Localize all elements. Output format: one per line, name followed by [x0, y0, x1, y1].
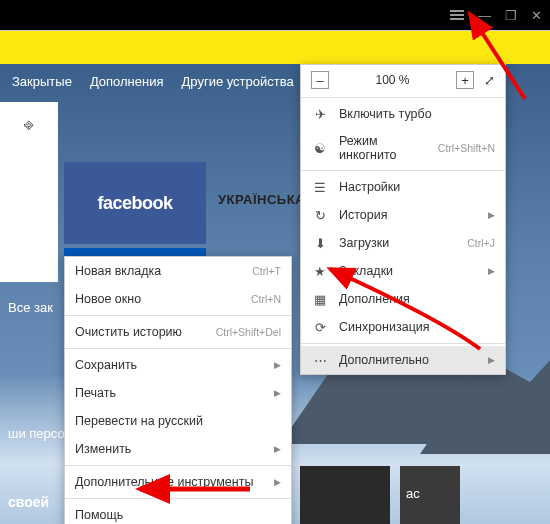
submenu-arrow-icon: ▶ — [488, 355, 495, 365]
separator — [65, 348, 291, 349]
ukr-label: УКРАЇНСЬКА — [218, 192, 305, 207]
separator — [65, 498, 291, 499]
tab-devices[interactable]: Другие устройства — [182, 74, 294, 89]
menu-label: Перевести на русский — [75, 414, 281, 428]
menu-settings[interactable]: ☰Настройки — [301, 173, 505, 201]
submenu-arrow-icon: ▶ — [488, 210, 495, 220]
menu-label: Дополнительно — [339, 353, 484, 367]
download-icon: ⬇ — [311, 236, 329, 251]
minimize-button[interactable]: — — [478, 8, 491, 23]
menu-history[interactable]: ↻История▶ — [301, 201, 505, 229]
menu-translate[interactable]: Перевести на русский — [65, 407, 291, 435]
menu-downloads[interactable]: ⬇ЗагрузкиCtrl+J — [301, 229, 505, 257]
facebook-tile[interactable]: facebook — [64, 162, 206, 244]
shortcut-text: Ctrl+T — [252, 265, 281, 277]
submenu-arrow-icon: ▶ — [274, 477, 281, 487]
menu-sync[interactable]: ⟳Синхронизация — [301, 313, 505, 341]
menu-incognito[interactable]: ☯Режим инкогнитоCtrl+Shift+N — [301, 128, 505, 168]
menu-print[interactable]: Печать▶ — [65, 379, 291, 407]
dark-tile[interactable] — [300, 466, 390, 524]
menu-label: Печать — [75, 386, 270, 400]
zoom-value: 100 % — [339, 73, 446, 87]
addons-icon: ▦ — [311, 292, 329, 307]
login-icon[interactable]: ⎆ — [0, 102, 58, 148]
settings-icon: ☰ — [311, 180, 329, 195]
menu-label: Изменить — [75, 442, 270, 456]
menu-label: Загрузки — [339, 236, 467, 250]
star-icon: ★ — [311, 264, 329, 279]
submenu-arrow-icon: ▶ — [274, 360, 281, 370]
menu-label: Новое окно — [75, 292, 251, 306]
all-bookmarks-text[interactable]: Все зак — [8, 300, 53, 315]
menu-label: Синхронизация — [339, 320, 495, 334]
history-icon: ↻ — [311, 208, 329, 223]
shortcut-text: Ctrl+J — [467, 237, 495, 249]
zoom-in-button[interactable]: + — [456, 71, 474, 89]
menu-label: Настройки — [339, 180, 495, 194]
sidebar: ⎆ — [0, 102, 58, 282]
separator — [65, 315, 291, 316]
menu-label: Сохранить — [75, 358, 270, 372]
shortcut-text: Ctrl+Shift+N — [438, 142, 495, 154]
menu-save[interactable]: Сохранить▶ — [65, 351, 291, 379]
fullscreen-icon[interactable]: ⤢ — [484, 73, 495, 88]
separator — [301, 343, 505, 344]
menu-turbo[interactable]: ✈Включить турбо — [301, 100, 505, 128]
close-button[interactable]: ✕ — [531, 8, 542, 23]
dark-tile-2[interactable]: ас — [400, 466, 460, 524]
menu-label: Режим инкогнито — [339, 134, 438, 162]
hamburger-icon[interactable] — [450, 10, 464, 20]
maximize-button[interactable]: ❐ — [505, 8, 517, 23]
menu-new-tab[interactable]: Новая вкладкаCtrl+T — [65, 257, 291, 285]
shortcut-text: Ctrl+N — [251, 293, 281, 305]
menu-edit[interactable]: Изменить▶ — [65, 435, 291, 463]
zoom-out-button[interactable]: – — [311, 71, 329, 89]
more-icon: ⋯ — [311, 353, 329, 368]
window-titlebar: — ❐ ✕ — [0, 0, 550, 30]
separator — [65, 465, 291, 466]
menu-more[interactable]: ⋯Дополнительно▶ — [301, 346, 505, 374]
menu-label: Помощь — [75, 508, 281, 522]
tab-closed[interactable]: Закрытые — [12, 74, 72, 89]
menu-new-window[interactable]: Новое окноCtrl+N — [65, 285, 291, 313]
tile-text: ас — [406, 486, 420, 501]
menu-label: История — [339, 208, 484, 222]
tab-addons[interactable]: Дополнения — [90, 74, 164, 89]
context-menu-left: Новая вкладкаCtrl+T Новое окноCtrl+N Очи… — [64, 256, 292, 524]
menu-clear-history[interactable]: Очистить историюCtrl+Shift+Del — [65, 318, 291, 346]
sync-icon: ⟳ — [311, 320, 329, 335]
menu-label: Дополнительные инструменты — [75, 475, 270, 489]
rocket-icon: ✈ — [311, 107, 329, 122]
menu-tools[interactable]: Дополнительные инструменты▶ — [65, 468, 291, 496]
incognito-icon: ☯ — [311, 141, 329, 156]
svoy-text: своей — [8, 494, 49, 510]
zoom-row: – 100 % + ⤢ — [301, 65, 505, 95]
menu-label: Дополнения — [339, 292, 495, 306]
submenu-arrow-icon: ▶ — [274, 388, 281, 398]
address-bar-area — [0, 30, 550, 64]
menu-label: Новая вкладка — [75, 264, 252, 278]
separator — [301, 170, 505, 171]
submenu-arrow-icon: ▶ — [488, 266, 495, 276]
main-menu-right: – 100 % + ⤢ ✈Включить турбо ☯Режим инког… — [300, 64, 506, 375]
menu-label: Включить турбо — [339, 107, 495, 121]
submenu-arrow-icon: ▶ — [274, 444, 281, 454]
page-content: Закрытые Дополнения Другие устройства ⎆ … — [0, 64, 550, 524]
shortcut-text: Ctrl+Shift+Del — [216, 326, 281, 338]
menu-addons[interactable]: ▦Дополнения — [301, 285, 505, 313]
separator — [301, 97, 505, 98]
menu-label: Очистить историю — [75, 325, 216, 339]
menu-bookmarks[interactable]: ★Закладки▶ — [301, 257, 505, 285]
nav-tabs: Закрытые Дополнения Другие устройства — [0, 64, 306, 99]
menu-label: Закладки — [339, 264, 484, 278]
menu-help[interactable]: Помощь — [65, 501, 291, 524]
